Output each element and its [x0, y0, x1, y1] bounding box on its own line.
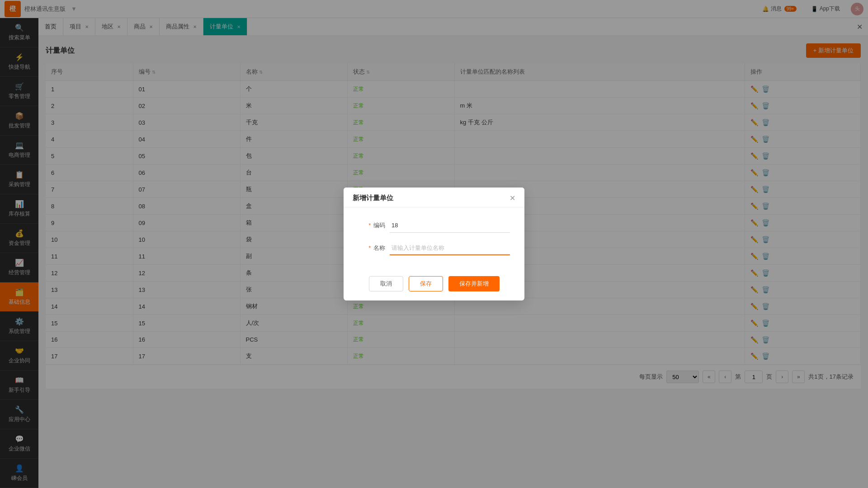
form-row-code: * 编码 [358, 218, 510, 233]
dialog-title: 新增计量单位 [353, 194, 393, 202]
name-input[interactable] [390, 241, 510, 255]
save-button[interactable]: 保存 [409, 276, 443, 291]
cancel-button[interactable]: 取消 [369, 276, 403, 291]
form-row-name: * 名称 [358, 241, 510, 255]
dialog-overlay[interactable]: 新增计量单位 ✕ * 编码 * 名称 取消 保存 保存并新增 [0, 0, 868, 488]
dialog-header: 新增计量单位 ✕ [344, 188, 524, 207]
dialog-footer: 取消 保存 保存并新增 [344, 271, 524, 300]
code-input[interactable] [390, 218, 510, 233]
save-and-new-button[interactable]: 保存并新增 [448, 276, 500, 291]
dialog-body: * 编码 * 名称 [344, 207, 524, 271]
required-mark2: * [368, 244, 371, 251]
code-label: * 编码 [358, 221, 385, 230]
required-mark: * [368, 222, 371, 229]
add-unit-dialog: 新增计量单位 ✕ * 编码 * 名称 取消 保存 保存并新增 [344, 188, 524, 300]
dialog-close-btn[interactable]: ✕ [509, 194, 515, 202]
name-label: * 名称 [358, 244, 385, 252]
